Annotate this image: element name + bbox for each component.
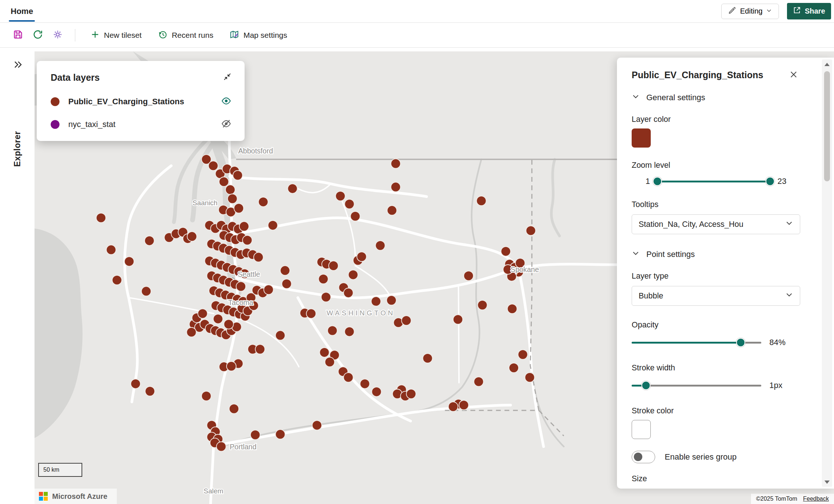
ev-station-point[interactable] xyxy=(187,232,197,241)
ev-station-point[interactable] xyxy=(229,404,239,414)
ev-station-point[interactable] xyxy=(501,247,510,256)
ev-station-point[interactable] xyxy=(216,442,226,451)
ev-station-point[interactable] xyxy=(213,314,223,324)
ev-station-point[interactable] xyxy=(275,429,285,439)
ev-station-point[interactable] xyxy=(325,357,335,367)
new-tileset-button[interactable]: New tileset xyxy=(84,27,148,44)
stroke-color-swatch[interactable] xyxy=(632,420,651,439)
scrollbar-thumb[interactable] xyxy=(824,71,830,181)
layer-row-ev-stations[interactable]: Public_EV_Charging_Stations xyxy=(37,90,245,113)
ev-station-point[interactable] xyxy=(525,373,534,382)
ev-station-point[interactable] xyxy=(234,203,243,213)
ev-station-point[interactable] xyxy=(224,319,234,329)
ev-station-point[interactable] xyxy=(254,253,263,262)
editing-mode-button[interactable]: Editing xyxy=(721,4,779,19)
ev-station-point[interactable] xyxy=(187,327,196,337)
ev-station-point[interactable] xyxy=(344,373,353,382)
toggle-visibility-button[interactable] xyxy=(219,117,234,132)
save-button[interactable] xyxy=(10,27,26,44)
ev-station-point[interactable] xyxy=(145,236,154,246)
ev-station-point[interactable] xyxy=(239,222,249,231)
ev-station-point[interactable] xyxy=(478,300,487,310)
refresh-button[interactable] xyxy=(29,27,46,44)
layer-color-swatch[interactable] xyxy=(632,128,651,148)
ev-station-point[interactable] xyxy=(526,226,535,235)
ev-station-point[interactable] xyxy=(312,421,322,430)
ev-station-point[interactable] xyxy=(233,171,242,180)
series-group-toggle[interactable] xyxy=(632,451,655,463)
ev-station-point[interactable] xyxy=(401,316,411,325)
ev-station-point[interactable] xyxy=(509,363,519,373)
ev-station-point[interactable] xyxy=(477,196,486,206)
ev-station-point[interactable] xyxy=(219,177,229,186)
ev-station-point[interactable] xyxy=(448,402,458,411)
ev-station-point[interactable] xyxy=(329,261,338,271)
scroll-up-button[interactable] xyxy=(822,59,832,69)
ev-station-point[interactable] xyxy=(131,379,140,389)
close-panel-button[interactable] xyxy=(787,69,800,82)
ev-station-point[interactable] xyxy=(255,344,265,354)
opacity-slider-handle[interactable] xyxy=(736,338,745,347)
ev-station-point[interactable] xyxy=(372,387,381,396)
feedback-link[interactable]: Feedback xyxy=(803,496,829,502)
layer-row-nyc-taxi[interactable]: nyc_taxi_stat xyxy=(37,113,245,136)
ev-station-point[interactable] xyxy=(453,315,463,324)
ev-station-point[interactable] xyxy=(319,348,329,357)
ev-station-point[interactable] xyxy=(360,379,369,389)
ev-station-point[interactable] xyxy=(275,331,285,340)
ev-station-point[interactable] xyxy=(306,309,316,318)
settings-button[interactable] xyxy=(49,27,66,44)
ev-station-point[interactable] xyxy=(124,257,134,266)
ev-station-point[interactable] xyxy=(375,241,385,250)
section-point-settings[interactable]: Point settings xyxy=(632,249,800,260)
layer-type-dropdown[interactable]: Bubble xyxy=(632,286,800,306)
ev-station-point[interactable] xyxy=(328,326,337,336)
ev-station-point[interactable] xyxy=(336,191,345,201)
ev-station-point[interactable] xyxy=(112,275,122,285)
ev-station-point[interactable] xyxy=(280,266,290,275)
ev-station-point[interactable] xyxy=(96,213,106,222)
ev-station-point[interactable] xyxy=(227,362,236,371)
ev-station-point[interactable] xyxy=(321,292,331,302)
stroke-width-slider-handle[interactable] xyxy=(641,381,650,390)
ev-station-point[interactable] xyxy=(145,387,155,396)
ev-station-point[interactable] xyxy=(349,270,358,279)
map-settings-button[interactable]: Map settings xyxy=(223,27,294,44)
ev-station-point[interactable] xyxy=(198,309,207,318)
ev-station-point[interactable] xyxy=(225,185,235,195)
ev-station-point[interactable] xyxy=(387,206,397,215)
ev-station-point[interactable] xyxy=(350,211,360,221)
ev-station-point[interactable] xyxy=(318,274,328,284)
ev-station-point[interactable] xyxy=(202,391,211,401)
zoom-slider-handle-max[interactable] xyxy=(766,177,775,186)
zoom-slider-track[interactable] xyxy=(657,181,770,182)
ev-station-point[interactable] xyxy=(518,350,528,359)
ev-station-point[interactable] xyxy=(357,252,367,261)
ev-station-point[interactable] xyxy=(387,295,396,305)
expand-explorer-button[interactable] xyxy=(12,60,24,71)
ev-station-point[interactable] xyxy=(391,182,400,192)
panel-scrollbar[interactable] xyxy=(822,59,832,487)
ev-station-point[interactable] xyxy=(242,235,252,245)
ev-station-point[interactable] xyxy=(344,327,354,337)
ev-station-point[interactable] xyxy=(259,197,268,207)
share-button[interactable]: Share xyxy=(787,3,831,19)
ev-station-point[interactable] xyxy=(406,389,416,399)
ev-station-point[interactable] xyxy=(236,282,246,291)
ev-station-point[interactable] xyxy=(228,194,237,203)
ev-station-point[interactable] xyxy=(474,377,483,387)
ev-station-point[interactable] xyxy=(288,184,297,193)
ev-station-point[interactable] xyxy=(250,430,260,440)
tab-home[interactable]: Home xyxy=(9,1,35,22)
recent-runs-button[interactable]: Recent runs xyxy=(151,27,220,44)
ev-station-point[interactable] xyxy=(459,400,469,410)
ev-station-point[interactable] xyxy=(464,271,473,280)
ev-station-point[interactable] xyxy=(106,245,116,254)
ev-station-point[interactable] xyxy=(209,161,218,170)
ev-station-point[interactable] xyxy=(264,285,273,294)
ev-station-point[interactable] xyxy=(141,286,151,296)
toggle-visibility-button[interactable] xyxy=(219,94,234,109)
opacity-slider-track[interactable] xyxy=(632,342,761,344)
scroll-down-button[interactable] xyxy=(822,477,832,487)
section-general-settings[interactable]: General settings xyxy=(632,92,800,103)
